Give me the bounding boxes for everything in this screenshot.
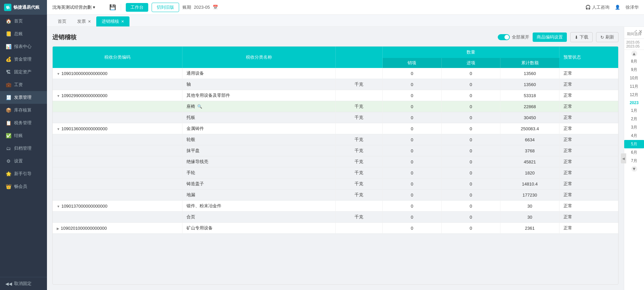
sidebar-item-报表中心[interactable]: 📊报表中心 bbox=[0, 40, 47, 53]
cell-unit: 千克 bbox=[335, 178, 383, 190]
panel-collapse-button[interactable]: ◀ bbox=[621, 153, 626, 163]
cell-sales: 0 bbox=[383, 167, 442, 178]
sidebar-icon: 🌟 bbox=[5, 171, 11, 176]
sidebar-item-库存核算[interactable]: 📦库存核算 bbox=[0, 104, 47, 117]
company-selector[interactable]: 沈海英测试经营勿删 ▾ bbox=[52, 4, 106, 10]
period-top-date: 2023.05 bbox=[626, 40, 642, 44]
support-link[interactable]: 🎧 人工咨询 bbox=[585, 4, 609, 10]
sidebar-item-固定资产[interactable]: 🏗固定资产 bbox=[0, 66, 47, 78]
sidebar-footer[interactable]: ◀◀ 取消固定 bbox=[0, 277, 47, 290]
sidebar-item-总账[interactable]: 📒总账 bbox=[0, 27, 47, 40]
col-header-warning: 预警状态 bbox=[559, 47, 618, 68]
cell-name: 托板 bbox=[182, 112, 335, 123]
table-row[interactable]: 托板 千克 0 0 30450 正常 bbox=[53, 112, 618, 123]
download-button[interactable]: ⬇ 下载 bbox=[570, 32, 593, 42]
sidebar-item-发票管理[interactable]: 🧾发票管理 bbox=[0, 91, 47, 104]
tab-label: 首页 bbox=[58, 18, 66, 24]
cell-purchase: 0 bbox=[441, 167, 500, 178]
sidebar-item-工资[interactable]: 💼工资 bbox=[0, 78, 47, 91]
period-month-item[interactable]: 6月 bbox=[624, 148, 644, 157]
company-dropdown-icon[interactable]: ▾ bbox=[93, 5, 95, 10]
period-month-item[interactable]: 9月 bbox=[624, 66, 644, 74]
cell-code bbox=[53, 156, 182, 167]
expand-panel-button[interactable]: ⤢ bbox=[634, 29, 637, 33]
period-month-item[interactable]: 2月 bbox=[624, 115, 644, 123]
page-content: 进销稽核 全部展开 商品编码设置 ⬇ 下载 ↻ 刷新 bbox=[47, 27, 644, 290]
table-row[interactable]: 座椅🔍 千克 0 0 22868 正常 bbox=[53, 101, 618, 112]
period-month-item[interactable]: 10月 bbox=[624, 74, 644, 82]
close-panel-button[interactable]: ✕ bbox=[639, 29, 643, 34]
sidebar-item-新手引导[interactable]: 🌟新手引导 bbox=[0, 167, 47, 180]
expand-icon[interactable]: ▼ bbox=[57, 205, 60, 208]
table-row: ▼1090137000000000000 锻件、粉末冶金件 0 0 30 正常 bbox=[53, 201, 618, 212]
unpin-icon: ◀◀ bbox=[5, 281, 12, 286]
cell-purchase: 0 bbox=[441, 178, 500, 190]
sidebar-item-畅会员[interactable]: 👑畅会员 bbox=[0, 180, 47, 193]
cell-unit bbox=[335, 90, 383, 101]
sidebar-item-设置[interactable]: ⚙设置 bbox=[0, 155, 47, 167]
period-month-item[interactable]: 8月 bbox=[624, 57, 644, 66]
sidebar-item-label: 报表中心 bbox=[14, 44, 32, 50]
table-row[interactable]: 手轮 千克 0 0 1820 正常 bbox=[53, 167, 618, 178]
period-month-item[interactable]: 3月 bbox=[624, 123, 644, 132]
cell-purchase: 0 bbox=[441, 145, 500, 156]
table-row[interactable]: 合页 千克 0 0 30 正常 bbox=[53, 212, 618, 223]
calendar-icon[interactable]: 📅 bbox=[213, 5, 218, 10]
sidebar-item-label: 新手引导 bbox=[14, 171, 32, 177]
period-month-item[interactable]: 1月 bbox=[624, 106, 644, 115]
period-nav-up[interactable]: ▲ bbox=[631, 51, 637, 57]
sidebar-item-首页[interactable]: 🏠首页 bbox=[0, 15, 47, 27]
period-display: 账期 2023-05 📅 bbox=[182, 4, 218, 10]
refresh-button[interactable]: ↻ 刷新 bbox=[596, 32, 619, 42]
cell-total: 2361 bbox=[500, 223, 559, 234]
sidebar-item-label: 资金管理 bbox=[14, 56, 32, 62]
product-code-button[interactable]: 商品编码设置 bbox=[533, 32, 567, 42]
table-row[interactable]: 铸造盖子 千克 0 0 14810.4 正常 bbox=[53, 178, 618, 190]
period-month-item[interactable]: 5月 bbox=[624, 140, 644, 148]
expand-icon[interactable]: ▶ bbox=[57, 227, 59, 230]
worktable-button[interactable]: 工作台 bbox=[126, 3, 148, 12]
expand-icon[interactable]: ▼ bbox=[57, 72, 60, 76]
tab-进销稽核[interactable]: 进销稽核✕ bbox=[96, 16, 129, 26]
table-row[interactable]: 地漏 千克 0 0 177230 正常 bbox=[53, 190, 618, 201]
switch-old-button[interactable]: 切到旧版 bbox=[152, 3, 179, 12]
cell-status: 正常 bbox=[559, 134, 618, 145]
sidebar-item-结账[interactable]: ✅结账 bbox=[0, 129, 47, 142]
period-month-item[interactable]: 7月 bbox=[624, 157, 644, 165]
tab-close-icon[interactable]: ✕ bbox=[88, 19, 91, 24]
expand-icon[interactable]: ▼ bbox=[57, 127, 60, 131]
expand-all-toggle[interactable] bbox=[498, 34, 510, 40]
cell-purchase: 0 bbox=[441, 112, 500, 123]
cell-name: 通用设备 bbox=[182, 68, 335, 79]
save-icon[interactable]: 💾 bbox=[109, 4, 116, 10]
table-row[interactable]: 轴 千克 0 0 13560 正常 bbox=[53, 79, 618, 90]
sidebar-item-资金管理[interactable]: 💰资金管理 bbox=[0, 53, 47, 66]
col-header-total: 累计数额 bbox=[500, 58, 559, 68]
tab-close-icon[interactable]: ✕ bbox=[121, 19, 124, 24]
period-month-item[interactable]: 4月 bbox=[624, 132, 644, 140]
cell-sales: 0 bbox=[383, 112, 442, 123]
cell-status: 正常 bbox=[559, 101, 618, 112]
cell-code bbox=[53, 134, 182, 145]
table-row[interactable]: 轮毂 千克 0 0 6634 正常 bbox=[53, 134, 618, 145]
page-header: 进销稽核 全部展开 商品编码设置 ⬇ 下载 ↻ 刷新 bbox=[52, 32, 619, 42]
cell-purchase: 0 bbox=[441, 212, 500, 223]
period-month-item[interactable]: 12月 bbox=[624, 91, 644, 99]
sidebar-item-归档管理[interactable]: 🗂归档管理 bbox=[0, 142, 47, 155]
search-icon[interactable]: 🔍 bbox=[197, 104, 202, 109]
table-body: ▼1090100000000000000 通用设备 0 0 13560 正常 轴… bbox=[53, 68, 618, 234]
cell-status: 正常 bbox=[559, 79, 618, 90]
expand-icon[interactable]: ▼ bbox=[57, 94, 60, 98]
period-month-item[interactable]: 11月 bbox=[624, 82, 644, 91]
cell-unit: 千克 bbox=[335, 167, 383, 178]
table-row[interactable]: 绝缘导线壳 千克 0 0 45821 正常 bbox=[53, 156, 618, 167]
period-nav-down[interactable]: ▼ bbox=[631, 166, 637, 172]
tab-发票[interactable]: 发票✕ bbox=[72, 16, 96, 26]
period-top-date: 2023.05 bbox=[626, 44, 642, 48]
tab-首页[interactable]: 首页 bbox=[52, 16, 72, 26]
cell-total: 3768 bbox=[500, 145, 559, 156]
cell-name: 金属铸件 bbox=[182, 123, 335, 134]
sidebar-item-税务管理[interactable]: 📋税务管理 bbox=[0, 117, 47, 129]
table-row[interactable]: 抹平盘 千克 0 0 3768 正常 bbox=[53, 145, 618, 156]
cell-total: 1820 bbox=[500, 167, 559, 178]
